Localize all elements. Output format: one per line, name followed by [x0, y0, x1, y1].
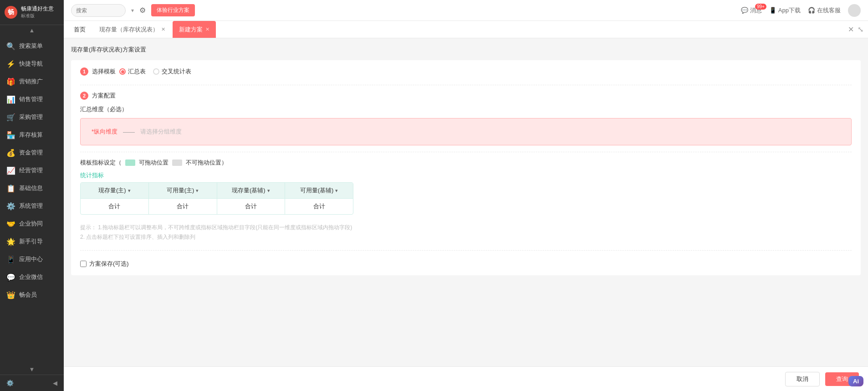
step2-header: 2 方案配置	[80, 92, 852, 100]
unmovable-label: 不可拖动位置）	[186, 159, 227, 167]
tab-inventory-close[interactable]: ✕	[161, 26, 165, 32]
tab-home[interactable]: 首页	[67, 21, 92, 38]
main-area: ▾ ⚙ 体验行业方案 💬 消息 99+ 📱 App下载 🎧 在线客服 首页	[64, 0, 868, 391]
app-center-icon: 📱	[6, 255, 15, 264]
stats-table-header: 现存量(主) ▾ 可用量(主) ▾ 现存量(基辅) ▾ 可用量(基辅)	[81, 183, 353, 198]
col-header-3: 可用量(基辅) ▾	[285, 183, 353, 198]
operations-icon: 📈	[6, 166, 15, 175]
page-title: 现存量(库存状况表)方案设置	[71, 46, 861, 54]
section-divider-2	[80, 152, 852, 152]
sidebar-item-base-info[interactable]: 📋 基础信息	[0, 180, 64, 197]
sidebar-item-marketing[interactable]: 🎁 营销推广	[0, 73, 64, 91]
step1-header: 1 选择模板 汇总表 交叉统计表	[80, 67, 852, 76]
user-avatar[interactable]	[848, 4, 861, 17]
industry-solution-button[interactable]: 体验行业方案	[151, 4, 195, 16]
movable-indicator	[125, 159, 135, 166]
sidebar-scroll-down[interactable]: ▼	[0, 364, 64, 375]
topbar-search-input[interactable]	[71, 4, 126, 17]
action-bar: 取消 查询	[64, 366, 868, 391]
sidebar-item-search[interactable]: 🔍 搜索菜单	[0, 37, 64, 55]
stats-table-body: 合计 合计 合计 合计	[81, 198, 353, 214]
tab-inventory[interactable]: 现存量（库存状况表） ✕	[93, 21, 172, 38]
dimension-required: *纵向维度	[92, 128, 117, 136]
online-service-button[interactable]: 🎧 在线客服	[808, 6, 841, 15]
search-icon: 🔍	[6, 42, 15, 51]
col-header-2: 现存量(基辅) ▾	[217, 183, 286, 198]
logo-text: 畅康通好生意 标准版	[21, 5, 54, 19]
tab-close-window-icon[interactable]: ✕	[848, 25, 854, 34]
message-icon: 💬	[741, 7, 748, 14]
ai-badge[interactable]: Ai	[848, 376, 863, 386]
dimension-box: *纵向维度 —— 请选择分组维度	[80, 118, 852, 145]
sales-icon: 📊	[6, 95, 15, 104]
collab-icon: 🤝	[6, 220, 15, 228]
col-body-0: 合计	[81, 198, 149, 214]
col-header-1: 可用量(主) ▾	[149, 183, 217, 198]
col-chevron-3[interactable]: ▾	[335, 188, 338, 194]
app-icon: 📱	[769, 7, 776, 14]
sidebar-scroll-up[interactable]: ▲	[0, 25, 64, 36]
inventory-icon: 🏪	[6, 131, 15, 139]
radio-summary-table[interactable]: 汇总表	[119, 67, 146, 76]
member-icon: 👑	[6, 291, 15, 299]
dimension-placeholder[interactable]: 请选择分组维度	[140, 128, 182, 136]
sidebar-item-quicknav[interactable]: ⚡ 快捷导航	[0, 55, 64, 73]
message-button[interactable]: 💬 消息 99+	[741, 6, 762, 15]
marketing-icon: 🎁	[6, 77, 15, 86]
topbar-chevron-icon[interactable]: ▾	[131, 7, 134, 14]
sidebar: 畅 畅康通好生意 标准版 ▲ 🔍 搜索菜单 ⚡ 快捷导航 🎁 营销推广 📊 销售…	[0, 0, 64, 391]
unmovable-indicator	[172, 159, 182, 166]
purchase-icon: 🛒	[6, 113, 15, 122]
sidebar-logo: 畅 畅康通好生意 标准版	[0, 0, 64, 25]
col-body-2: 合计	[217, 198, 286, 214]
sidebar-item-member[interactable]: 👑 畅会员	[0, 286, 64, 304]
topbar-gear-icon[interactable]: ⚙	[139, 6, 146, 15]
col-chevron-2[interactable]: ▾	[267, 188, 270, 194]
template-radio-group: 汇总表 交叉统计表	[119, 67, 191, 76]
system-icon: ⚙️	[6, 202, 15, 211]
col-chevron-0[interactable]: ▾	[128, 188, 131, 194]
base-info-icon: 📋	[6, 184, 15, 193]
sidebar-item-operations[interactable]: 📈 经营管理	[0, 162, 64, 180]
sidebar-item-app-center[interactable]: 📱 应用中心	[0, 251, 64, 268]
service-icon: 🎧	[808, 7, 815, 14]
sidebar-item-sales[interactable]: 📊 销售管理	[0, 91, 64, 108]
radio-cross-indicator	[153, 68, 159, 75]
tab-new-plan[interactable]: 新建方案 ✕	[173, 21, 216, 38]
sidebar-settings-icon[interactable]: ⚙️	[6, 380, 14, 386]
stats-table: 现存量(主) ▾ 可用量(主) ▾ 现存量(基辅) ▾ 可用量(基辅)	[80, 182, 353, 215]
col-body-3: 合计	[285, 198, 353, 214]
indicator-row: 模板指标设定（ 可拖动位置 不可拖动位置）	[80, 159, 852, 167]
step2-section: 2 方案配置 汇总维度（必选） *纵向维度 —— 请选择分组维度 模板指标设定（…	[80, 92, 852, 241]
sidebar-footer: ⚙️ ◀	[0, 375, 64, 391]
wechat-icon: 💬	[6, 273, 15, 282]
col-header-0: 现存量(主) ▾	[81, 183, 149, 198]
col-chevron-1[interactable]: ▾	[196, 188, 199, 194]
tips-section: 提示： 1.拖动标题栏可以调整布局，不可跨维度或指标区域拖动栏目字段(只能在同一…	[80, 224, 852, 241]
tab-new-plan-close[interactable]: ✕	[205, 26, 209, 32]
step2-badge: 2	[80, 92, 88, 100]
app-download-button[interactable]: 📱 App下载	[769, 6, 801, 15]
sidebar-item-guide[interactable]: 🌟 新手引导	[0, 233, 64, 251]
quicknav-icon: ⚡	[6, 60, 15, 68]
dimension-dash: ——	[123, 129, 135, 135]
tabs-right-actions: ✕ ⤡	[848, 25, 868, 34]
sidebar-item-inventory[interactable]: 🏪 库存核算	[0, 126, 64, 144]
cancel-button[interactable]: 取消	[785, 372, 820, 386]
sidebar-item-purchase[interactable]: 🛒 采购管理	[0, 108, 64, 126]
sidebar-item-collab[interactable]: 🤝 企业协同	[0, 215, 64, 233]
radio-cross-table[interactable]: 交叉统计表	[153, 67, 191, 76]
step1-badge: 1	[80, 67, 88, 76]
sidebar-item-wechat[interactable]: 💬 企业微信	[0, 268, 64, 286]
sidebar-collapse-icon[interactable]: ◀	[53, 380, 57, 386]
finance-icon: 💰	[6, 149, 15, 157]
sidebar-item-finance[interactable]: 💰 资金管理	[0, 144, 64, 162]
content-area: 现存量(库存状况表)方案设置 1 选择模板 汇总表 交叉统计表	[64, 38, 868, 366]
save-checkbox[interactable]	[80, 261, 87, 267]
step1-section: 1 选择模板 汇总表 交叉统计表	[80, 67, 852, 76]
sidebar-item-system[interactable]: ⚙️ 系统管理	[0, 197, 64, 215]
tab-expand-icon[interactable]: ⤡	[858, 25, 863, 34]
step2-title: 方案配置	[92, 92, 116, 100]
movable-label: 可拖动位置	[139, 159, 168, 167]
tabs-bar: 首页 现存量（库存状况表） ✕ 新建方案 ✕ ✕ ⤡	[64, 21, 868, 38]
